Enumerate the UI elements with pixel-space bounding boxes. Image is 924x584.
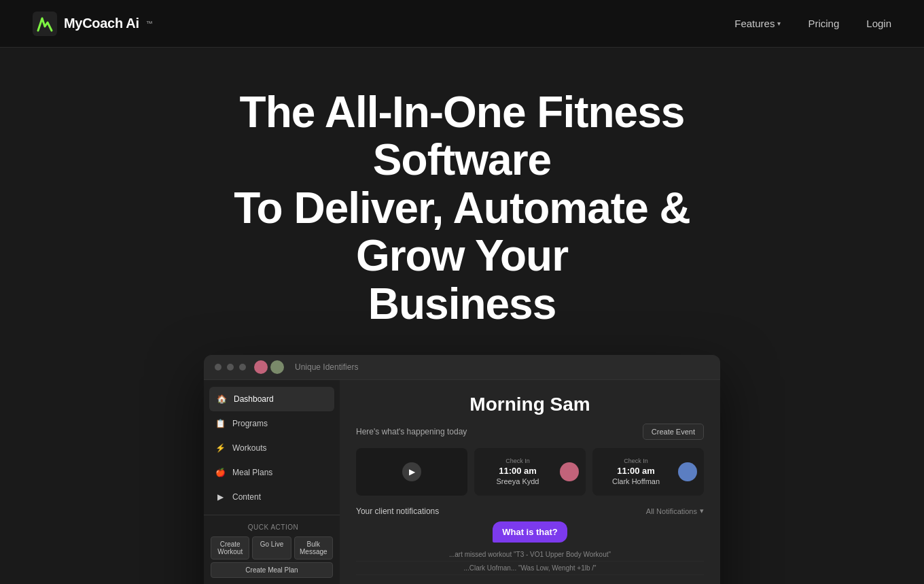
content-icon: ▶ [215,492,226,502]
sidebar-item-workouts[interactable]: ⚡ Workouts [204,436,340,460]
hero-title: The All-In-One Fitness Software To Deliv… [190,88,734,328]
checkin-info-clark: Check In 11:00 am Clark Hoffman [599,458,673,485]
whats-happening-text: Here's what's happening today [356,427,467,436]
qa-buttons-row: Create Workout Go Live Bulk Message [211,536,333,560]
preview-topbar: Unique Identifiers [204,355,720,380]
all-notifications-btn[interactable]: All Notifications ▾ [646,506,704,515]
logo-tm: ™ [146,20,153,27]
notifications-label: Your client notifications [356,506,439,516]
notification-rows: ...art missed workout "T3 - VO1 Upper Bo… [340,548,720,575]
topbar-avatars [254,360,284,374]
dot-3 [239,364,246,371]
dashboard-preview: Unique Identifiers 🏠 Dashboard 📋 Program… [204,355,720,584]
create-event-btn[interactable]: Create Event [643,424,704,440]
play-button[interactable]: ▶ [402,462,421,481]
checkin-info-sreeya: Check In 11:00 am Sreeya Kydd [481,458,554,485]
go-live-btn[interactable]: Go Live [252,536,291,560]
preview-body: 🏠 Dashboard 📋 Programs ⚡ Workouts 🍎 Meal… [204,380,720,584]
quick-action-title: QUCK ACTION [211,523,333,531]
checkin-avatar-sreeya [560,462,579,481]
logo-text: MyCoach Ai [64,16,139,31]
checkin-cards: ▶ Check In 11:00 am Sreeya Kydd [340,448,720,496]
preview-main: Morning Sam Here's what's happening toda… [340,380,720,584]
checkin-card-clark: Check In 11:00 am Clark Hoffman [592,448,704,496]
all-notifications-arrow: ▾ [700,506,704,515]
checkin-time-1: 11:00 am [481,466,554,476]
logo[interactable]: MyCoach Ai™ [33,12,153,36]
notif-row-2: ...Clark Uofman... "Was Low, Wenght +1lb… [356,562,704,575]
workouts-icon: ⚡ [215,443,226,453]
dot-2 [227,364,234,371]
sidebar-item-content[interactable]: ▶ Content [204,485,340,509]
programs-icon: 📋 [215,418,226,429]
topbar-avatar-2 [270,360,284,374]
nav-login[interactable]: Login [866,18,891,29]
hero-section: The All-In-One Fitness Software To Deliv… [0,48,924,584]
preview-topbar-title: Unique Identifiers [295,362,358,372]
notifications-header: Your client notifications All Notificati… [356,506,704,516]
nav-pricing[interactable]: Pricing [808,18,839,29]
whats-happening-bar: Here's what's happening today Create Eve… [340,424,720,440]
checkin-card-sreeya: Check In 11:00 am Sreeya Kydd [474,448,586,496]
preview-sidebar: 🏠 Dashboard 📋 Programs ⚡ Workouts 🍎 Meal… [204,380,340,584]
dashboard-icon: 🏠 [216,394,227,405]
checkin-time-2: 11:00 am [599,466,673,476]
topbar-avatar-1 [254,360,268,374]
bulk-message-btn[interactable]: Bulk Message [294,536,333,560]
checkin-avatar-clark [678,462,697,481]
meal-plans-icon: 🍎 [215,467,226,478]
features-dropdown-arrow: ▾ [777,20,781,27]
checkin-time-label-1: Check In [481,458,554,464]
navbar-nav: Features ▾ Pricing Login [734,18,891,29]
sidebar-item-meal-plans[interactable]: 🍎 Meal Plans [204,460,340,485]
checkin-time-label-2: Check In [599,458,673,464]
checkin-name-clark: Clark Hoffman [599,477,673,485]
quick-action-section: QUCK ACTION Create Workout Go Live Bulk … [204,515,340,584]
navbar: MyCoach Ai™ Features ▾ Pricing Login [0,0,924,48]
logo-icon [33,12,57,36]
checkin-name-sreeya: Sreeya Kydd [481,477,554,485]
main-greeting: Morning Sam [340,380,720,424]
create-workout-btn[interactable]: Create Workout [211,536,249,560]
create-meal-plan-btn[interactable]: Create Meal Plan [211,562,333,578]
checkin-card-video[interactable]: ▶ [356,448,467,496]
nav-features[interactable]: Features ▾ [734,18,781,29]
notifications-section: Your client notifications All Notificati… [340,506,720,516]
notif-row-1: ...art missed workout "T3 - VO1 Upper Bo… [356,548,704,562]
chat-bubble: What is that? [493,521,567,543]
sidebar-item-programs[interactable]: 📋 Programs [204,411,340,436]
sidebar-item-dashboard[interactable]: 🏠 Dashboard [209,387,334,411]
dot-1 [215,364,221,371]
